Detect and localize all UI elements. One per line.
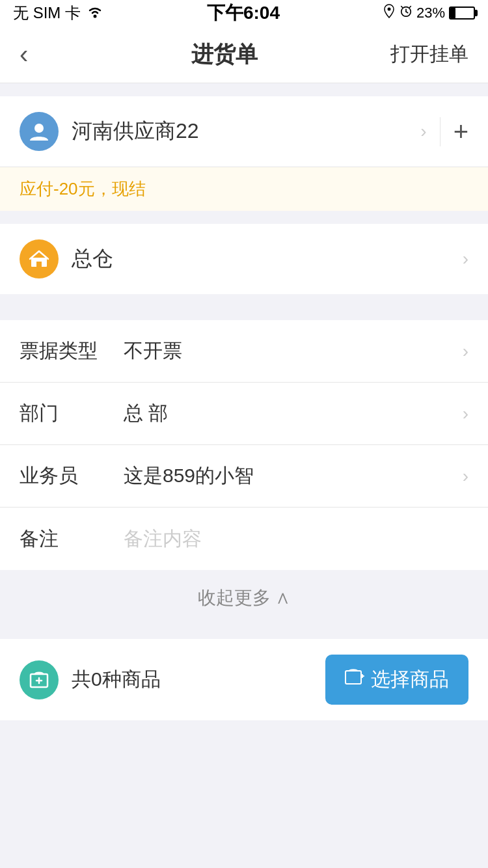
collapse-label: 收起更多 ∧ [198,586,291,610]
nav-bar: ‹ 进货单 打开挂单 [0,26,488,83]
svg-rect-7 [36,262,42,267]
invoice-chevron-icon: › [463,341,468,362]
department-chevron-icon: › [463,403,468,424]
form-section: 票据类型 不开票 › 部门 总 部 › 业务员 这是859的小智 › 备注 备注… [0,320,488,570]
department-row[interactable]: 部门 总 部 › [0,383,488,445]
battery-icon [449,7,475,20]
warehouse-row[interactable]: 总仓 › [0,224,488,294]
invoice-type-row[interactable]: 票据类型 不开票 › [0,320,488,383]
supplier-section: 河南供应商22 › + 应付-20元，现结 [0,96,488,211]
wifi-icon [86,4,104,22]
salesperson-chevron-icon: › [463,466,468,487]
page-background [0,720,488,868]
battery-fill [450,8,455,18]
status-bar-time: 下午6:04 [207,1,280,25]
bottom-section: 共0种商品 选择商品 [0,639,488,720]
supplier-row[interactable]: 河南供应商22 › + [0,96,488,167]
back-button[interactable]: ‹ [20,40,59,69]
salesperson-label: 业务员 [20,463,111,489]
product-count: 共0种商品 [72,666,325,693]
gap-1 [0,83,488,96]
open-pending-button[interactable]: 打开挂单 [390,41,468,68]
alarm-icon [400,4,413,22]
remark-label: 备注 [20,526,111,552]
status-bar-right: 23% [383,4,475,22]
supplier-notice: 应付-20元，现结 [0,167,488,211]
select-btn-label: 选择商品 [371,666,449,693]
invoice-type-value: 不开票 [111,338,463,364]
svg-line-4 [406,12,408,13]
svg-rect-11 [346,671,361,684]
add-supplier-button[interactable]: + [440,117,468,146]
warehouse-icon [20,239,59,278]
warehouse-chevron-icon: › [463,249,468,269]
department-value: 总 部 [111,400,463,427]
collapse-row[interactable]: 收起更多 ∧ [0,570,488,626]
remark-input[interactable]: 备注内容 [111,526,468,552]
battery-percentage: 23% [416,5,445,21]
select-btn-icon [345,668,364,691]
product-icon [20,660,59,699]
location-icon [383,4,396,22]
sim-signal-text: 无 SIM 卡 [13,3,81,23]
select-product-button[interactable]: 选择商品 [325,655,468,705]
status-bar-left: 无 SIM 卡 [13,3,104,23]
gap-2 [0,294,488,307]
page-title: 进货单 [191,40,258,70]
supplier-name: 河南供应商22 [72,117,420,146]
remark-row[interactable]: 备注 备注内容 [0,508,488,570]
supplier-avatar [20,112,59,151]
supplier-chevron-icon: › [420,121,426,142]
warehouse-name: 总仓 [72,245,463,273]
svg-point-5 [34,124,44,133]
invoice-type-label: 票据类型 [20,338,111,364]
salesperson-value: 这是859的小智 [111,463,463,489]
svg-point-0 [94,15,97,18]
svg-point-1 [387,8,390,11]
department-label: 部门 [20,400,111,427]
status-bar: 无 SIM 卡 下午6:04 23% [0,0,488,26]
salesperson-row[interactable]: 业务员 这是859的小智 › [0,445,488,508]
